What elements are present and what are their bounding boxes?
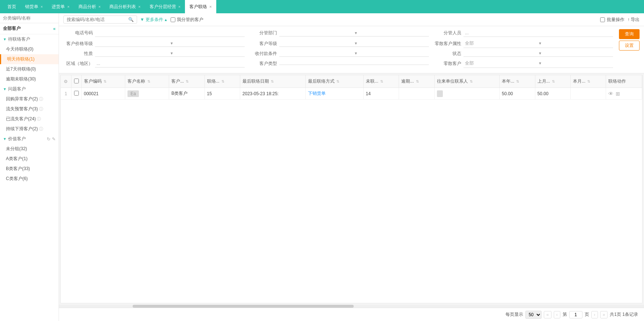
- customer-table: ⚙ 客户编码 ⇅ 客户名称 ⇅ 客户... ⇅: [61, 75, 642, 100]
- sidebar-item-class-b[interactable]: B类客户(33): [0, 164, 59, 174]
- table-row: 1 000021 Ea B类客户 15 2023-05-23 18:25: 下销…: [61, 88, 642, 100]
- sidebar-item-loss-warning[interactable]: 流失预警客户(3) ⓘ: [0, 104, 59, 114]
- phone-input[interactable]: [95, 29, 245, 37]
- col-this-month[interactable]: 本月... ⇅: [571, 75, 606, 88]
- nav-analysis[interactable]: 商品分析 ×: [74, 0, 105, 13]
- col-last-date[interactable]: 最后联络日期 ⇅: [240, 75, 306, 88]
- sidebar-item-today-contact[interactable]: 今天待联络(0): [0, 44, 59, 54]
- sidebar-item-abnormal-repurchase[interactable]: 回购异常客户(2) ⓘ: [0, 94, 59, 104]
- table-header-row: ⚙ 客户编码 ⇅ 客户名称 ⇅ 客户... ⇅: [61, 75, 642, 88]
- region-select[interactable]: ...: [95, 60, 245, 68]
- more-conditions-btn[interactable]: ▼ 更多条件 ▲: [140, 17, 168, 23]
- col-contacts[interactable]: 联络... ⇅: [204, 75, 240, 88]
- edit-value-icon[interactable]: ✎: [52, 137, 56, 142]
- row-checkbox[interactable]: [74, 91, 79, 96]
- payment-select[interactable]: ▼: [279, 50, 429, 57]
- info-icon-declining: ⓘ: [39, 126, 43, 132]
- sidebar-item-class-c[interactable]: C类客户(6): [0, 174, 59, 184]
- sidebar-item-7days-contact[interactable]: 近7天待联络(0): [0, 64, 59, 74]
- col-last-month[interactable]: 上月... ⇅: [535, 75, 570, 88]
- sidebar-item-overdue-contact[interactable]: 逾期未联络(30): [0, 74, 59, 84]
- filter-row-4: 区域（地区） ... 客户类型 零散客户: [63, 59, 613, 68]
- col-contact-person[interactable]: 往来单位联系人 ⇅: [434, 75, 499, 88]
- sidebar-item-lost-customers[interactable]: 已流失客户(24) ⓘ: [0, 114, 59, 124]
- page-label: 第: [563, 311, 567, 318]
- filter-row-3: 性质 ▼ 收付款条件 ▼: [63, 50, 613, 57]
- filter-manager: 分管人员 ...: [432, 29, 613, 37]
- arrow-problem: ▼: [3, 87, 7, 91]
- settings-button[interactable]: 设置: [619, 41, 640, 51]
- close-contact-tab[interactable]: ×: [209, 4, 211, 9]
- all-customers-title[interactable]: 全部客户 «: [0, 23, 59, 34]
- filter-status: 状态 ▼: [432, 50, 613, 57]
- my-customers-checkbox[interactable]: 我分管的客户: [171, 17, 203, 23]
- action-icons: 👁 ⊞: [608, 91, 640, 97]
- sidebar-collapse-icon[interactable]: «: [53, 26, 56, 31]
- page-size-select[interactable]: 50: [525, 311, 542, 319]
- customer-type-select[interactable]: [279, 62, 429, 65]
- action-more-icon[interactable]: ⊞: [616, 91, 620, 97]
- filter-dept: 分管部门 ▼: [248, 30, 429, 37]
- nature-select[interactable]: ▼: [95, 50, 245, 57]
- col-name[interactable]: 客户名称 ⇅: [125, 75, 169, 88]
- retail-attr-select[interactable]: 全部 ▼: [463, 39, 613, 48]
- my-customers-check[interactable]: [171, 17, 175, 22]
- bulk-checkbox[interactable]: [600, 17, 605, 22]
- scroll-thumb[interactable]: [133, 305, 354, 308]
- col-type[interactable]: 客户... ⇅: [169, 75, 204, 88]
- bulk-action-btn[interactable]: 批量操作: [600, 17, 624, 23]
- search-icon[interactable]: 🔍: [128, 17, 134, 22]
- close-purchase-tab[interactable]: ×: [67, 4, 69, 9]
- sort-person-icon: ⇅: [470, 79, 473, 83]
- sort-contacts-icon: ⇅: [221, 79, 224, 83]
- close-analysis-list-tab[interactable]: ×: [138, 4, 140, 9]
- horizontal-scrollbar[interactable]: [59, 305, 644, 308]
- prev-page-btn[interactable]: ‹: [554, 311, 560, 318]
- col-overdue[interactable]: 逾期... ⇅: [399, 75, 434, 88]
- select-all-checkbox[interactable]: [74, 79, 79, 83]
- nav-customer-contact[interactable]: 客户联络 ×: [185, 0, 216, 13]
- row-checkbox-cell[interactable]: [71, 88, 81, 100]
- sidebar-item-class-a[interactable]: A类客户(1): [0, 154, 59, 164]
- nav-purchase[interactable]: 进货单 ×: [47, 0, 74, 13]
- manager-select[interactable]: ...: [463, 29, 613, 37]
- sidebar-search-input[interactable]: [3, 15, 58, 21]
- action-view-icon[interactable]: 👁: [608, 91, 613, 97]
- search-input[interactable]: [67, 17, 128, 22]
- payment-caret: ▼: [354, 51, 427, 55]
- last-method-link[interactable]: 下销货单: [308, 91, 326, 96]
- dept-select[interactable]: ▼: [279, 30, 429, 37]
- price-level-select[interactable]: ▼: [95, 40, 245, 47]
- nav-sales[interactable]: 销货单 ×: [21, 0, 47, 13]
- col-code[interactable]: 客户编码 ⇅: [81, 75, 125, 88]
- nav-customer-segment[interactable]: 客户分层经营 ×: [145, 0, 185, 13]
- content-area: 🔍 ▼ 更多条件 ▲ 我分管的客户 批量操作 ↑ 导出: [59, 13, 644, 321]
- filter-row-2: 客户价格等级 ▼ 客户等级 ▼: [63, 39, 613, 48]
- nav-home[interactable]: 首页: [3, 0, 21, 13]
- refresh-value-icon[interactable]: ↻: [47, 137, 50, 142]
- nav-analysis-list[interactable]: 商品分析列表 ×: [105, 0, 145, 13]
- retail-customer-select[interactable]: 全部 ▼: [463, 59, 613, 68]
- last-page-btn[interactable]: »: [600, 311, 608, 318]
- nature-caret: ▼: [170, 51, 243, 55]
- col-this-year[interactable]: 本年... ⇅: [500, 75, 535, 88]
- customer-level-select[interactable]: ▼: [279, 40, 429, 47]
- query-button[interactable]: 查询: [619, 29, 640, 39]
- page-number-input[interactable]: [569, 311, 582, 318]
- close-segment-tab[interactable]: ×: [178, 4, 181, 9]
- close-sales-tab[interactable]: ×: [41, 4, 43, 9]
- retail-customer-caret: ▼: [538, 61, 612, 65]
- next-page-btn[interactable]: ›: [591, 311, 598, 318]
- first-page-btn[interactable]: «: [544, 311, 552, 318]
- sidebar-item-tomorrow-contact[interactable]: 明天待联络(1): [0, 54, 59, 64]
- col-last-method[interactable]: 最后联络方式 ⇅: [305, 75, 363, 88]
- status-select[interactable]: ▼: [463, 50, 613, 57]
- col-checkbox[interactable]: [71, 75, 81, 88]
- close-analysis-tab[interactable]: ×: [98, 4, 101, 9]
- cell-last-method[interactable]: 下销货单: [305, 88, 363, 100]
- export-btn[interactable]: ↑ 导出: [627, 17, 640, 23]
- sidebar-item-declining-customers[interactable]: 持续下滑客户(2) ⓘ: [0, 124, 59, 134]
- col-not-contacted[interactable]: 未联... ⇅: [363, 75, 399, 88]
- col-settings[interactable]: ⚙: [61, 75, 71, 88]
- sidebar-item-ungrouped[interactable]: 未分组(32): [0, 144, 59, 154]
